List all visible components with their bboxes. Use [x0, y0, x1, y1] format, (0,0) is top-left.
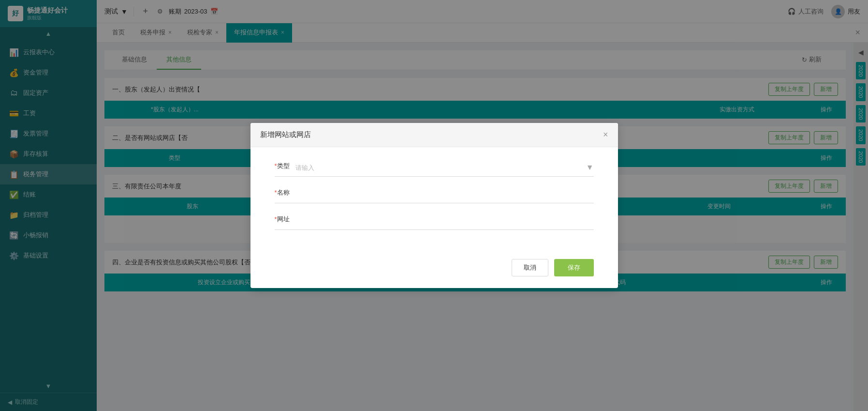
url-input[interactable] — [295, 217, 594, 225]
dialog-footer: 取消 保存 — [250, 251, 618, 288]
type-dropdown-icon[interactable]: ▼ — [586, 163, 594, 172]
url-input-wrapper: *网址 — [275, 215, 594, 230]
form-row-url: *网址 — [275, 215, 594, 230]
type-input-wrapper: *类型 ▼ — [275, 162, 594, 177]
add-website-dialog: 新增网站或网店 × *类型 ▼ *名称 — [250, 123, 618, 288]
type-input[interactable] — [295, 164, 586, 171]
dialog-header: 新增网站或网店 × — [250, 123, 618, 147]
save-button[interactable]: 保存 — [554, 259, 594, 276]
url-label: *网址 — [275, 215, 290, 224]
cancel-button[interactable]: 取消 — [512, 259, 548, 276]
name-input[interactable] — [295, 191, 594, 198]
name-input-wrapper: *名称 — [275, 188, 594, 203]
required-mark-url: * — [275, 215, 277, 223]
dialog-close-button[interactable]: × — [603, 130, 608, 140]
form-row-type: *类型 ▼ — [275, 162, 594, 177]
dialog-body: *类型 ▼ *名称 — [250, 147, 618, 251]
dialog-overlay[interactable]: 新增网站或网店 × *类型 ▼ *名称 — [0, 0, 868, 411]
name-label: *名称 — [275, 188, 290, 197]
form-row-name: *名称 — [275, 188, 594, 203]
required-mark-type: * — [275, 162, 277, 169]
type-label: *类型 — [275, 162, 290, 170]
required-mark-name: * — [275, 189, 277, 196]
dialog-title: 新增网站或网店 — [260, 130, 311, 139]
